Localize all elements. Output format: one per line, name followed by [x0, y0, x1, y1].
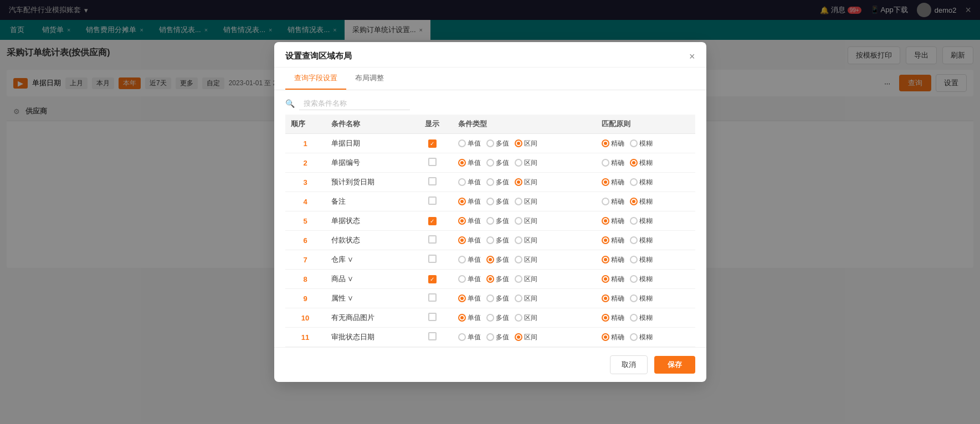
- row-display-cell[interactable]: [412, 328, 453, 347]
- row-display-cell[interactable]: [412, 231, 453, 250]
- match-radio-item[interactable]: 模糊: [630, 313, 653, 323]
- display-checkbox[interactable]: [428, 235, 437, 244]
- radio-circle[interactable]: [515, 275, 522, 283]
- match-radio-item[interactable]: 精确: [602, 333, 624, 342]
- row-display-cell[interactable]: [412, 289, 453, 308]
- type-radio-item[interactable]: 区间: [515, 158, 537, 168]
- match-radio-item[interactable]: 模糊: [630, 333, 653, 342]
- radio-circle[interactable]: [630, 236, 638, 244]
- radio-circle[interactable]: [458, 139, 466, 147]
- type-radio-item[interactable]: 区间: [515, 255, 537, 265]
- row-display-cell[interactable]: [412, 308, 453, 328]
- match-radio-item[interactable]: 精确: [602, 216, 624, 226]
- match-radio-item[interactable]: 模糊: [630, 236, 653, 245]
- display-checkbox[interactable]: [428, 177, 437, 185]
- row-display-cell[interactable]: [412, 173, 453, 192]
- type-radio-item[interactable]: 单值: [458, 178, 481, 187]
- display-checkbox[interactable]: [428, 139, 437, 148]
- type-radio-item[interactable]: 多值: [486, 275, 509, 284]
- radio-circle[interactable]: [630, 217, 638, 225]
- match-radio-item[interactable]: 模糊: [630, 178, 653, 187]
- radio-circle[interactable]: [602, 275, 609, 283]
- radio-circle[interactable]: [515, 159, 522, 167]
- display-checkbox[interactable]: [428, 197, 437, 205]
- radio-circle[interactable]: [486, 236, 494, 244]
- type-radio-item[interactable]: 单值: [458, 333, 481, 342]
- type-radio-item[interactable]: 区间: [515, 197, 537, 206]
- type-radio-item[interactable]: 区间: [515, 313, 537, 323]
- radio-circle[interactable]: [486, 275, 494, 283]
- radio-circle[interactable]: [458, 236, 466, 244]
- radio-circle[interactable]: [458, 178, 466, 186]
- radio-circle[interactable]: [486, 139, 494, 147]
- display-checkbox[interactable]: [428, 293, 437, 302]
- type-radio-item[interactable]: 多值: [486, 236, 509, 245]
- radio-circle[interactable]: [515, 236, 522, 244]
- radio-circle[interactable]: [630, 139, 638, 147]
- row-display-cell[interactable]: [412, 134, 453, 153]
- match-radio-item[interactable]: 模糊: [630, 216, 653, 226]
- radio-circle[interactable]: [515, 139, 522, 147]
- display-checkbox[interactable]: [428, 313, 437, 321]
- type-radio-item[interactable]: 多值: [486, 158, 509, 168]
- radio-circle[interactable]: [458, 294, 466, 302]
- match-radio-item[interactable]: 精确: [602, 197, 624, 206]
- radio-circle[interactable]: [486, 314, 494, 322]
- type-radio-item[interactable]: 多值: [486, 178, 509, 187]
- match-radio-item[interactable]: 精确: [602, 313, 624, 323]
- radio-circle[interactable]: [602, 159, 609, 167]
- type-radio-item[interactable]: 多值: [486, 333, 509, 342]
- type-radio-item[interactable]: 区间: [515, 236, 537, 245]
- radio-circle[interactable]: [458, 275, 466, 283]
- radio-circle[interactable]: [515, 333, 522, 341]
- radio-circle[interactable]: [458, 198, 466, 205]
- radio-circle[interactable]: [602, 217, 609, 225]
- type-radio-item[interactable]: 单值: [458, 158, 481, 168]
- row-display-cell[interactable]: [412, 211, 453, 231]
- radio-circle[interactable]: [630, 314, 638, 322]
- radio-circle[interactable]: [630, 256, 638, 263]
- type-radio-item[interactable]: 单值: [458, 216, 481, 226]
- match-radio-item[interactable]: 精确: [602, 255, 624, 265]
- cancel-button[interactable]: 取消: [610, 355, 648, 374]
- radio-circle[interactable]: [458, 256, 466, 263]
- radio-circle[interactable]: [630, 275, 638, 283]
- display-checkbox[interactable]: [428, 217, 437, 225]
- display-checkbox[interactable]: [428, 275, 437, 283]
- type-radio-item[interactable]: 多值: [486, 216, 509, 226]
- type-radio-item[interactable]: 单值: [458, 313, 481, 323]
- radio-circle[interactable]: [486, 256, 494, 263]
- radio-circle[interactable]: [602, 178, 609, 186]
- type-radio-item[interactable]: 区间: [515, 294, 537, 303]
- radio-circle[interactable]: [602, 139, 609, 147]
- type-radio-item[interactable]: 区间: [515, 275, 537, 284]
- type-radio-item[interactable]: 多值: [486, 139, 509, 148]
- match-radio-item[interactable]: 精确: [602, 294, 624, 303]
- display-checkbox[interactable]: [428, 255, 437, 263]
- radio-circle[interactable]: [630, 159, 638, 167]
- type-radio-item[interactable]: 单值: [458, 139, 481, 148]
- type-radio-item[interactable]: 单值: [458, 275, 481, 284]
- row-display-cell[interactable]: [412, 192, 453, 211]
- row-display-cell[interactable]: [412, 270, 453, 289]
- type-radio-item[interactable]: 单值: [458, 294, 481, 303]
- radio-circle[interactable]: [602, 198, 609, 205]
- radio-circle[interactable]: [630, 294, 638, 302]
- radio-circle[interactable]: [515, 217, 522, 225]
- radio-circle[interactable]: [515, 178, 522, 186]
- type-radio-item[interactable]: 多值: [486, 197, 509, 206]
- type-radio-item[interactable]: 多值: [486, 313, 509, 323]
- radio-circle[interactable]: [458, 159, 466, 167]
- type-radio-item[interactable]: 区间: [515, 216, 537, 226]
- radio-circle[interactable]: [486, 178, 494, 186]
- radio-circle[interactable]: [486, 294, 494, 302]
- match-radio-item[interactable]: 精确: [602, 275, 624, 284]
- radio-circle[interactable]: [515, 198, 522, 205]
- search-input[interactable]: [299, 97, 410, 110]
- match-radio-item[interactable]: 模糊: [630, 158, 653, 168]
- match-radio-item[interactable]: 模糊: [630, 275, 653, 284]
- row-display-cell[interactable]: [412, 153, 453, 173]
- radio-circle[interactable]: [602, 294, 609, 302]
- type-radio-item[interactable]: 多值: [486, 294, 509, 303]
- radio-circle[interactable]: [602, 256, 609, 263]
